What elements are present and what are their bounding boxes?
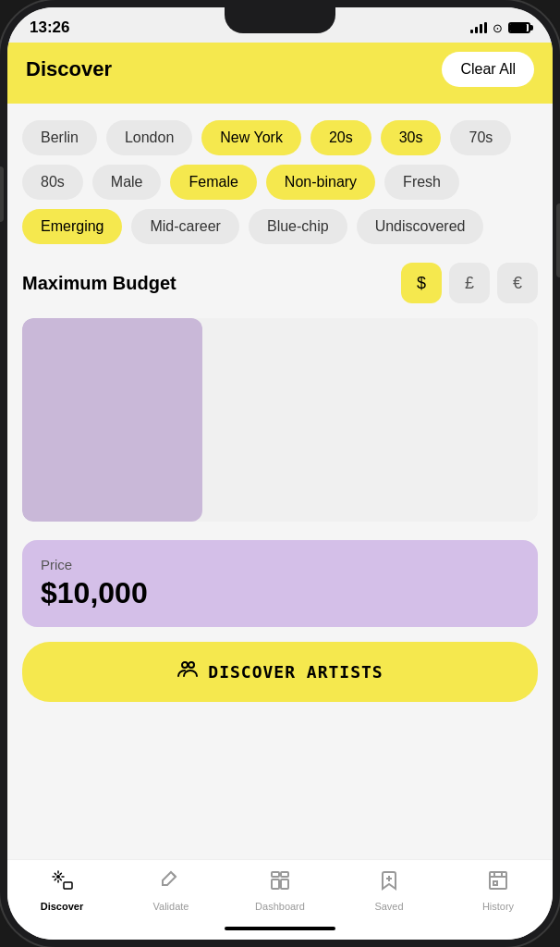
header: Discover Clear All (7, 43, 553, 104)
filter-tag-blue-chip[interactable]: Blue-chip (249, 209, 347, 244)
filter-tag-new-york[interactable]: New York (201, 120, 301, 155)
signal-icon (470, 22, 487, 33)
dashboard-nav-icon (269, 869, 291, 897)
volume-button (0, 166, 4, 222)
svg-point-0 (182, 662, 188, 668)
nav-item-history[interactable]: History (470, 869, 526, 912)
budget-label: Maximum Budget (22, 273, 177, 294)
filter-tag-undiscovered[interactable]: Undiscovered (357, 209, 484, 244)
nav-label-dashboard: Dashboard (255, 901, 305, 912)
wifi-icon: ⊙ (493, 21, 503, 35)
nav-label-history: History (482, 901, 514, 912)
nav-label-validate: Validate (153, 901, 189, 912)
page-title: Discover (26, 57, 112, 81)
validate-nav-icon (160, 869, 182, 897)
currency-btn-£[interactable]: £ (449, 263, 490, 303)
price-value: $10,000 (41, 576, 519, 610)
svg-rect-3 (64, 882, 72, 889)
filter-tag-20s[interactable]: 20s (310, 120, 371, 155)
status-time: 13:26 (30, 18, 69, 37)
home-indicator (7, 917, 553, 940)
filter-tag-30s[interactable]: 30s (381, 120, 442, 155)
nav-label-saved: Saved (374, 901, 403, 912)
filter-tags-section: BerlinLondonNew York20s30s70s80sMaleFema… (22, 120, 538, 244)
discover-artists-label: DISCOVER ARTISTS (208, 662, 383, 682)
discover-nav-icon (51, 869, 73, 897)
saved-nav-icon (378, 869, 400, 897)
status-icons: ⊙ (470, 21, 530, 35)
svg-rect-7 (281, 879, 288, 889)
filter-tag-emerging[interactable]: Emerging (22, 209, 122, 244)
filter-tag-80s[interactable]: 80s (22, 165, 83, 200)
filter-tag-70s[interactable]: 70s (450, 120, 511, 155)
bottom-nav: DiscoverValidateDashboardSavedHistory (7, 859, 553, 917)
phone-frame: 13:26 ⊙ Discover Clear All (0, 0, 560, 947)
clear-all-button[interactable]: Clear All (442, 52, 534, 87)
svg-point-2 (56, 875, 60, 879)
filter-tag-female[interactable]: Female (170, 165, 256, 200)
currency-btn-€[interactable]: € (497, 263, 538, 303)
nav-item-validate[interactable]: Validate (143, 869, 199, 912)
power-button (556, 203, 560, 277)
nav-item-saved[interactable]: Saved (361, 869, 417, 912)
budget-thumb (22, 318, 202, 522)
filter-tag-male[interactable]: Male (92, 165, 162, 200)
history-nav-icon (487, 869, 509, 897)
svg-rect-4 (272, 872, 279, 877)
currency-btn-$[interactable]: $ (401, 263, 442, 303)
price-card: Price $10,000 (22, 540, 538, 627)
budget-header: Maximum Budget $£€ (22, 263, 538, 303)
budget-slider[interactable] (22, 318, 538, 522)
battery-icon (508, 22, 530, 33)
filter-tag-fresh[interactable]: Fresh (384, 165, 459, 200)
filter-tag-non-binary[interactable]: Non-binary (266, 165, 375, 200)
currency-buttons: $£€ (401, 263, 538, 303)
svg-point-1 (189, 662, 194, 668)
price-label: Price (41, 557, 519, 572)
nav-item-discover[interactable]: Discover (34, 869, 90, 912)
filter-tag-london[interactable]: London (106, 120, 192, 155)
home-bar (225, 927, 335, 930)
notch (225, 7, 335, 33)
nav-label-discover: Discover (41, 901, 83, 912)
filter-tag-mid-career[interactable]: Mid-career (131, 209, 238, 244)
discover-artists-button[interactable]: DISCOVER ARTISTS (22, 642, 538, 702)
nav-item-dashboard[interactable]: Dashboard (252, 869, 308, 912)
discover-artists-icon (177, 658, 199, 685)
main-content: BerlinLondonNew York20s30s70s80sMaleFema… (7, 104, 553, 859)
phone-screen: 13:26 ⊙ Discover Clear All (7, 7, 553, 940)
filter-tag-berlin[interactable]: Berlin (22, 120, 97, 155)
svg-rect-5 (281, 872, 288, 877)
svg-rect-6 (272, 879, 279, 889)
budget-section: Maximum Budget $£€ (22, 263, 538, 522)
